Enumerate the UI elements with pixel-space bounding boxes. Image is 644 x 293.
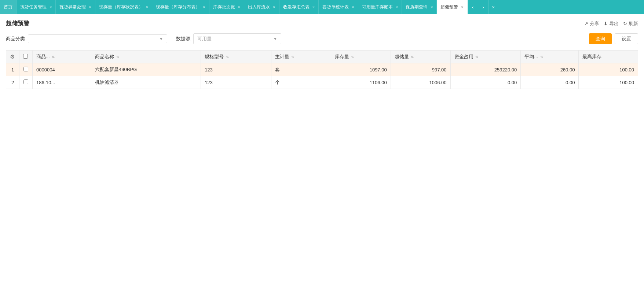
sort-avg-icon[interactable]: ⇅: [540, 55, 543, 59]
row-unit-2: 个: [271, 76, 331, 89]
row-num-2: 2: [6, 76, 19, 89]
row-spec-2: 123: [201, 76, 271, 89]
nav-collect-close[interactable]: ×: [312, 5, 315, 9]
nav-item-overstock-alert[interactable]: 超储预警 ×: [437, 0, 467, 14]
nav-item-inventory-dist[interactable]: 现存量（库存分布表） ×: [152, 0, 209, 14]
filter-row: 商品分类 ▼ 数据源 可用量 ▼ 查询 设置: [6, 33, 638, 44]
th-avg: 平均... ⇅: [521, 51, 579, 63]
nav-abnormal-close[interactable]: ×: [89, 5, 91, 9]
export-button[interactable]: ⬇ 导出: [604, 21, 619, 27]
row-overstock-1: 997.00: [391, 63, 450, 76]
nav-flow-close[interactable]: ×: [273, 5, 275, 9]
nav-inv-dist-label: 现存量（库存分布表）: [156, 4, 200, 10]
nav-task-close[interactable]: ×: [50, 5, 52, 9]
row-num-1: 1: [6, 63, 19, 76]
sort-unit-icon[interactable]: ⇅: [291, 55, 294, 59]
nav-item-task-mgmt[interactable]: 拣货任务管理 ×: [17, 0, 56, 14]
th-max-stock: 最高库存: [579, 51, 638, 63]
table-row: 1 0000004 六配套新昌490BPG 123 套 1097.00 997.…: [6, 63, 638, 76]
row-select-2[interactable]: [23, 79, 28, 84]
row-select-1[interactable]: [23, 67, 28, 71]
nav-item-home[interactable]: 首页: [0, 0, 17, 14]
nav-item-inventory-status[interactable]: 现存量（库存状况表） ×: [95, 0, 152, 14]
sort-inventory-icon[interactable]: ⇅: [351, 55, 354, 59]
nav-order-close[interactable]: ×: [352, 5, 354, 9]
nav-flow-label: 出入库流水: [248, 4, 270, 10]
nav-overstock-close[interactable]: ×: [461, 5, 463, 9]
row-spec-1: 123: [201, 63, 271, 76]
th-product-code: 商品... ⇅: [33, 51, 91, 63]
refresh-label: 刷新: [629, 21, 638, 27]
nav-collect-label: 收发存汇总表: [283, 4, 310, 10]
nav-item-order-stat[interactable]: 要货单统计表 ×: [319, 0, 358, 14]
th-product-name: 商品名称 ⇅: [91, 51, 201, 63]
nav-home-label: 首页: [4, 4, 12, 10]
nav-batch-label: 库存批次账: [213, 4, 235, 10]
nav-avail-label: 可用量库存账本: [362, 4, 393, 10]
sort-product-name-icon[interactable]: ⇅: [116, 55, 119, 59]
nav-inv-status-label: 现存量（库存状况表）: [99, 4, 143, 10]
nav-quality-label: 保质期查询: [406, 4, 428, 10]
sort-spec-icon[interactable]: ⇅: [226, 55, 229, 59]
table-row: 2 186-10... 机油滤清器 123 个 1106.00 1006.00 …: [6, 76, 638, 89]
row-overstock-2: 1006.00: [391, 76, 450, 89]
page-content: 超储预警 ↗ 分享 ⬇ 导出 ↻ 刷新 商品分类 ▼ 数据源: [0, 14, 644, 293]
nav-abnormal-label: 拣货异常处理: [59, 4, 86, 10]
nav-more-button[interactable]: ×: [488, 0, 498, 14]
datasource-filter: 数据源 可用量 ▼: [176, 33, 281, 44]
header-actions: ↗ 分享 ⬇ 导出 ↻ 刷新: [584, 21, 638, 27]
settings-button[interactable]: 设置: [615, 33, 638, 44]
row-capital-2: 0.00: [450, 76, 521, 89]
nav-item-batch-account[interactable]: 库存批次账 ×: [209, 0, 244, 14]
nav-inv-status-close[interactable]: ×: [146, 5, 148, 9]
row-checkbox-1: [19, 63, 33, 76]
refresh-button[interactable]: ↻ 刷新: [623, 21, 638, 27]
category-label: 商品分类: [6, 36, 25, 42]
row-checkbox-2: [19, 76, 33, 89]
row-unit-1: 套: [271, 63, 331, 76]
row-product-name-2: 机油滤清器: [91, 76, 201, 89]
page-header: 超储预警 ↗ 分享 ⬇ 导出 ↻ 刷新: [6, 20, 638, 27]
nav-item-collect-summary[interactable]: 收发存汇总表 ×: [279, 0, 319, 14]
row-avg-1: 260.00: [521, 63, 579, 76]
query-button[interactable]: 查询: [589, 33, 612, 44]
row-avg-2: 0.00: [521, 76, 579, 89]
page-title: 超储预警: [6, 20, 29, 27]
row-max-stock-1: 100.00: [579, 63, 638, 76]
export-icon: ⬇: [604, 21, 608, 26]
nav-quality-close[interactable]: ×: [431, 5, 433, 9]
nav-next-button[interactable]: ›: [478, 0, 488, 14]
refresh-icon: ↻: [623, 21, 627, 26]
share-button[interactable]: ↗ 分享: [584, 21, 599, 27]
row-inventory-2: 1106.00: [331, 76, 391, 89]
nav-item-available-ledger[interactable]: 可用量库存账本 ×: [358, 0, 402, 14]
th-unit: 主计量 ⇅: [271, 51, 331, 63]
sort-overstock-icon[interactable]: ⇅: [411, 55, 414, 59]
table-body: 1 0000004 六配套新昌490BPG 123 套 1097.00 997.…: [6, 63, 638, 89]
top-navigation: 首页 拣货任务管理 × 拣货异常处理 × 现存量（库存状况表） × 现存量（库存…: [0, 0, 644, 14]
nav-prev-button[interactable]: ‹: [468, 0, 478, 14]
nav-item-in-out-flow[interactable]: 出入库流水 ×: [244, 0, 279, 14]
nav-avail-close[interactable]: ×: [396, 5, 398, 9]
data-table: ⚙ 商品... ⇅ 商品名称 ⇅ 规格型号 ⇅ 主计量: [6, 50, 638, 89]
nav-batch-close[interactable]: ×: [238, 5, 240, 9]
th-settings: ⚙: [6, 51, 19, 63]
th-inventory: 库存量 ⇅: [331, 51, 391, 63]
nav-item-abnormal-proc[interactable]: 拣货异常处理 ×: [56, 0, 95, 14]
row-capital-1: 259220.00: [450, 63, 521, 76]
row-product-name-1: 六配套新昌490BPG: [91, 63, 201, 76]
category-select[interactable]: ▼: [28, 34, 167, 43]
filter-actions: 查询 设置: [589, 33, 638, 44]
datasource-select[interactable]: 可用量 ▼: [193, 33, 281, 44]
datasource-value: 可用量: [197, 36, 212, 42]
nav-inv-dist-close[interactable]: ×: [203, 5, 205, 9]
sort-capital-icon[interactable]: ⇅: [475, 55, 478, 59]
row-max-stock-2: 100.00: [579, 76, 638, 89]
share-label: 分享: [590, 21, 599, 27]
select-all-checkbox[interactable]: [23, 54, 28, 59]
nav-item-quality-check[interactable]: 保质期查询 ×: [402, 0, 437, 14]
column-settings-icon[interactable]: ⚙: [10, 53, 15, 60]
datasource-chevron-icon: ▼: [273, 37, 277, 41]
sort-product-code-icon[interactable]: ⇅: [52, 55, 55, 59]
row-product-code-1: 0000004: [33, 63, 91, 76]
